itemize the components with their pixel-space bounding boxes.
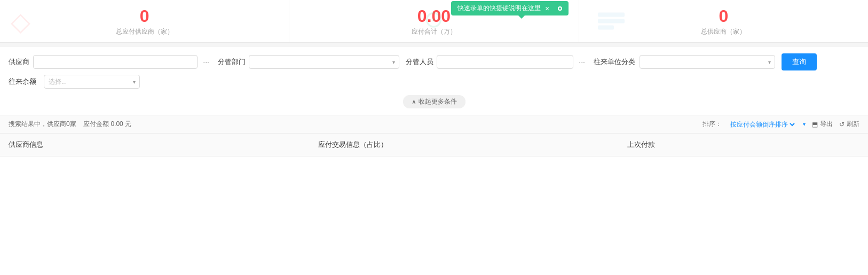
stat-label-total-suppliers: 总供应商（家） xyxy=(701,27,746,36)
department-select[interactable] xyxy=(249,55,399,69)
col-header-transaction-info: 应付交易信息（占比） xyxy=(318,140,628,150)
table-body xyxy=(0,156,868,275)
result-amount-unit: 元 xyxy=(125,120,131,128)
tooltip-bubble: 快速录单的快捷键说明在这里 × xyxy=(451,1,569,15)
search-section: 供应商 ··· 分管部门 ▾ 分管人员 ··· 往来单位分类 xyxy=(0,47,868,115)
supplier-label: 供应商 xyxy=(9,57,30,67)
refresh-label: 刷新 xyxy=(847,120,859,129)
collapse-button[interactable]: ∧ 收起更多条件 xyxy=(403,95,465,108)
col-header-supplier-info: 供应商信息 xyxy=(9,140,318,150)
balance-select[interactable]: 选择... xyxy=(44,75,140,89)
export-label: 导出 xyxy=(820,120,833,129)
chevron-sort-icon: ▾ xyxy=(803,121,806,127)
search-button[interactable]: 查询 xyxy=(782,53,817,70)
svg-rect-1 xyxy=(598,19,625,23)
stat-label-payable-suppliers: 总应付供应商（家） xyxy=(116,27,173,36)
person-label: 分管人员 xyxy=(406,57,433,67)
result-prefix: 搜索结果中，供应商 xyxy=(9,120,66,128)
stat-total-payable-suppliers: ◇ 0 总应付供应商（家） xyxy=(0,0,289,42)
supplier-field: 供应商 ··· xyxy=(9,55,211,69)
people-icon xyxy=(595,10,627,33)
table-section: 供应商信息 应付交易信息（占比） 上次付款 xyxy=(0,133,868,275)
refresh-icon: ↺ xyxy=(839,121,845,128)
department-label: 分管部门 xyxy=(218,57,246,67)
tooltip-dot xyxy=(558,6,562,11)
refresh-button[interactable]: ↺ 刷新 xyxy=(839,120,859,129)
export-button[interactable]: ⬒ 导出 xyxy=(812,120,833,129)
sort-select[interactable]: 按应付会额倒序排序 xyxy=(728,120,796,129)
person-input[interactable] xyxy=(437,55,573,69)
balance-field: 往来余额 选择... ▾ xyxy=(9,75,179,89)
department-field: 分管部门 ▾ xyxy=(218,55,399,69)
result-supplier-unit: 家 xyxy=(70,120,76,128)
table-header: 供应商信息 应付交易信息（占比） 上次付款 xyxy=(0,133,868,156)
collapse-row: ∧ 收起更多条件 xyxy=(9,93,859,111)
result-bar: 搜索结果中，供应商0家 应付金额 0.00 元 排序： 按应付会额倒序排序 ▾ … xyxy=(0,115,868,133)
supplier-input[interactable] xyxy=(33,55,198,69)
supplier-dots-button[interactable]: ··· xyxy=(201,57,211,67)
person-dots-button[interactable]: ··· xyxy=(577,57,587,67)
unit-field: 往来单位分类 ▾ xyxy=(594,55,775,69)
stat-number-total-suppliers: 0 xyxy=(719,6,728,26)
department-select-wrapper: ▾ xyxy=(249,55,399,69)
tooltip-text: 快速录单的快捷键说明在这里 xyxy=(457,4,541,13)
coin-icon: ⊙ xyxy=(424,5,444,33)
unit-select-wrapper: ▾ xyxy=(640,55,775,69)
result-amount-label: 应付金额 xyxy=(83,120,109,128)
search-row-1: 供应商 ··· 分管部门 ▾ 分管人员 ··· 往来单位分类 xyxy=(9,53,859,70)
balance-select-wrapper: 选择... ▾ xyxy=(44,75,140,89)
unit-select[interactable] xyxy=(640,55,775,69)
unit-label: 往来单位分类 xyxy=(594,57,636,67)
person-field: 分管人员 ··· xyxy=(406,55,587,69)
search-row-2: 往来余额 选择... ▾ xyxy=(9,75,179,89)
chevron-up-icon: ∧ xyxy=(412,98,416,106)
stat-payable-total: ⊙ 0.00 应付合计（万） 快速录单的快捷键说明在这里 × xyxy=(289,0,579,42)
col-header-last-payment: 上次付款 xyxy=(627,140,859,150)
balance-label: 往来余额 xyxy=(9,77,41,87)
result-summary: 搜索结果中，供应商0家 应付金额 0.00 元 xyxy=(9,120,131,129)
tooltip-close-button[interactable]: × xyxy=(545,5,549,12)
result-actions: 排序： 按应付会额倒序排序 ▾ ⬒ 导出 ↺ 刷新 xyxy=(703,120,859,129)
stat-number-payable-suppliers: 0 xyxy=(140,6,149,26)
sort-label: 排序： xyxy=(703,120,722,129)
diamond-icon: ◇ xyxy=(11,6,30,36)
svg-rect-2 xyxy=(598,25,614,29)
stat-total-suppliers: 0 总供应商（家） xyxy=(579,0,868,42)
result-amount-value: 0.00 xyxy=(111,120,123,128)
stats-bar: ◇ 0 总应付供应商（家） ⊙ 0.00 应付合计（万） 快速录单的快捷键说明在… xyxy=(0,0,868,43)
svg-rect-0 xyxy=(598,12,625,17)
collapse-label: 收起更多条件 xyxy=(419,97,457,106)
result-supplier-count: 0 xyxy=(66,120,70,128)
export-icon: ⬒ xyxy=(812,121,818,128)
